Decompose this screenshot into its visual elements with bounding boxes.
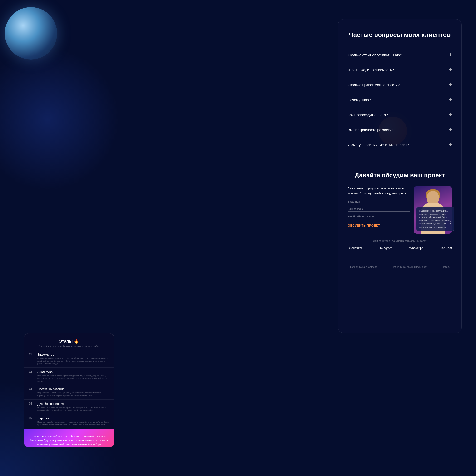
step-item-1: 01 Знакомство Созваниваемся/встречаемся … [24, 350, 114, 368]
steps-header: Этапы 🔥 Мы пройдем путь от воображения д… [24, 333, 114, 349]
step-number-3: 03 [29, 387, 34, 397]
form-field-site: Какой сайт вам нужен [348, 215, 410, 219]
step-number-1: 01 [29, 353, 34, 365]
steps-subtitle: Мы пройдем путь от воображения до запуск… [30, 345, 108, 347]
form-label-name: Ваше имя [348, 200, 410, 203]
steps-footer: После передачи сайта я вас не брошу и в … [24, 429, 114, 447]
form-input-site-line [348, 219, 410, 219]
contact-footer: © Коровушкина Анастасия Политика конфиде… [338, 262, 461, 272]
social-link-telegram[interactable]: Telegram [380, 246, 392, 250]
contact-subtitle: Заполните форму и я перезвоню вам в тече… [348, 186, 410, 195]
step-desc-2: Разбираемся в нише. Анализирую конкурент… [37, 374, 109, 382]
form-label-phone: Ваш телефон [348, 207, 410, 210]
faq-expand-icon-4: + [449, 97, 452, 102]
social-link-whatsapp[interactable]: WhatsApp [409, 246, 424, 250]
footer-copyright: © Коровушкина Анастасия [348, 266, 377, 268]
submit-label: ОБСУДИТЬ ПРОЕКТ [348, 224, 380, 227]
step-name-3: Прототипирование [37, 387, 109, 391]
step-name-1: Знакомство [37, 353, 109, 356]
social-link-tenchat[interactable]: TenChat [441, 246, 452, 250]
faq-section: Частые вопросы моих клиентов Сколько сто… [338, 19, 461, 162]
faq-item-1[interactable]: Сколько стоит оплачивать Tilda? + [348, 47, 452, 62]
faq-question-4: Почему Tilda? [348, 98, 371, 102]
submit-button[interactable]: ОБСУДИТЬ ПРОЕКТ → [348, 224, 385, 227]
form-input-name-line [348, 204, 410, 204]
step-desc-1: Созваниваемся/встречаемся с вами для обс… [37, 357, 109, 365]
contact-title: Давайте обсудим ваш проект [348, 171, 452, 179]
footer-privacy[interactable]: Политика конфиденциальности [392, 266, 427, 268]
speech-bubble: Я дорожу своей репутацией, поэтому в мои… [416, 207, 454, 231]
faq-item-4[interactable]: Почему Tilda? + [348, 92, 452, 107]
contact-section: Давайте обсудим ваш проект Заполните фор… [338, 162, 461, 262]
faq-expand-icon-1: + [449, 52, 452, 57]
step-item-2: 02 Аналитика Разбираемся в нише. Анализи… [24, 368, 114, 385]
faq-question-1: Сколько стоит оплачивать Tilda? [348, 53, 402, 57]
step-content-1: Знакомство Созваниваемся/встречаемся с в… [37, 353, 109, 365]
faq-item-2[interactable]: Что не входит в стоимость? + [348, 62, 452, 77]
faq-expand-icon-3: + [449, 82, 452, 87]
form-input-phone-line [348, 211, 410, 212]
social-links: ВКонтакте Telegram WhatsApp TenChat [348, 246, 452, 250]
faq-title: Частые вопросы моих клиентов [348, 31, 452, 38]
faq-expand-icon-5: + [449, 112, 452, 117]
submit-arrow-icon: → [382, 224, 385, 227]
main-panel: Частые вопросы моих клиентов Сколько сто… [338, 19, 462, 333]
faq-question-5: Как происходит оплата? [348, 113, 388, 117]
step-desc-5: Переношу дизайн на платформу и адаптирую… [37, 421, 109, 426]
steps-list: 01 Знакомство Созваниваемся/встречаемся … [24, 349, 114, 429]
contact-body: Заполните форму и я перезвоню вам в тече… [348, 186, 452, 234]
step-content-4: Дизайн-концепция Готовлю 2-3 варианта гл… [37, 402, 109, 411]
faq-expand-icon-6: + [449, 127, 452, 132]
step-name-5: Верстка [37, 416, 109, 420]
step-name-4: Дизайн-концепция [37, 402, 109, 406]
social-link-vk[interactable]: ВКонтакте [348, 246, 363, 250]
steps-panel: Этапы 🔥 Мы пройдем путь от воображения д… [24, 333, 114, 447]
faq-question-7: Я смогу вносить изменения на сайт? [348, 143, 409, 147]
contact-form: Заполните форму и я перезвоню вам в тече… [348, 186, 410, 234]
faq-item-6[interactable]: Вы настраиваете рекламу? + [348, 122, 452, 137]
contact-photo: Я дорожу своей репутацией, поэтому в мои… [414, 186, 452, 234]
step-desc-4: Готовлю 2-3 варианта главного экрана. Вы… [37, 406, 109, 411]
faq-expand-icon-2: + [449, 67, 452, 72]
form-field-name: Ваше имя [348, 200, 410, 204]
bg-glow-left [0, 48, 119, 190]
faq-question-3: Сколько правок можно внести? [348, 83, 400, 87]
step-number-2: 02 [29, 370, 34, 382]
steps-title: Этапы 🔥 [30, 339, 108, 344]
step-content-5: Верстка Переношу дизайн на платформу и а… [37, 416, 109, 426]
form-field-phone: Ваш телефон [348, 207, 410, 212]
step-number-5: 05 [29, 416, 34, 426]
social-divider-text: Или свяжитесь со мной в социальных сетях [348, 239, 452, 242]
step-content-3: Прототипирование Разрабатываю макет сайт… [37, 387, 109, 397]
footer-top-link[interactable]: Наверх ↑ [442, 266, 452, 268]
step-name-2: Аналитика [37, 370, 109, 374]
step-number-4: 04 [29, 402, 34, 411]
step-desc-3: Разрабатываю макет сайта, где укажу расп… [37, 391, 109, 397]
faq-item-7[interactable]: Я смогу вносить изменения на сайт? + [348, 137, 452, 152]
faq-question-2: Что не входит в стоимость? [348, 68, 394, 72]
form-label-site: Какой сайт вам нужен [348, 215, 410, 218]
faq-item-3[interactable]: Сколько правок можно внести? + [348, 77, 452, 92]
step-content-2: Аналитика Разбираемся в нише. Анализирую… [37, 370, 109, 382]
step-item-4: 04 Дизайн-концепция Готовлю 2-3 варианта… [24, 399, 114, 414]
step-item-5: 05 Верстка Переношу дизайн на платформу … [24, 414, 114, 428]
speech-bubble-text: Я дорожу своей репутацией, поэтому в мои… [419, 209, 451, 229]
faq-expand-icon-7: + [449, 142, 452, 147]
steps-footer-text: После передачи сайта я вас не брошу и в … [30, 434, 108, 447]
faq-question-6: Вы настраиваете рекламу? [348, 128, 393, 132]
step-item-3: 03 Прототипирование Разрабатываю макет с… [24, 385, 114, 399]
faq-item-5[interactable]: Как происходит оплата? + [348, 107, 452, 122]
